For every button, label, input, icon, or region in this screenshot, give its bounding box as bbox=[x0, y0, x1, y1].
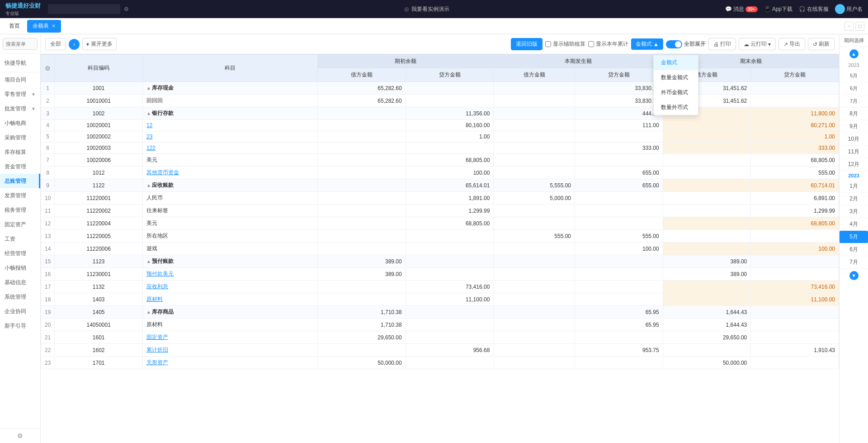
account-name-link[interactable]: 累计折旧 bbox=[146, 347, 168, 353]
period-month-9[interactable]: 9月 bbox=[840, 120, 868, 133]
sidebar-item-invoice[interactable]: 发票管理 bbox=[0, 188, 40, 203]
period-month-5-active[interactable]: 5月 bbox=[840, 231, 868, 243]
account-name-link[interactable]: 应收利息 bbox=[146, 283, 168, 290]
show-ytd-checkbox[interactable]: 显示本年累计 bbox=[588, 40, 628, 48]
tab-minimize-btn[interactable]: － bbox=[844, 22, 854, 31]
period-month-6-2023[interactable]: 6月 bbox=[840, 82, 868, 95]
sidebar-item-expense[interactable]: 小畅报销 bbox=[0, 261, 40, 275]
period-month-4[interactable]: 4月 bbox=[840, 218, 868, 231]
cloud-print-btn[interactable]: ☁ 云打印 ▾ bbox=[739, 38, 776, 50]
export-btn[interactable]: ↗ 导出 bbox=[778, 38, 805, 50]
account-name-link[interactable]: 预付款美元 bbox=[146, 271, 174, 277]
period-month-1[interactable]: 1月 bbox=[840, 180, 868, 193]
sidebar-item-purchase[interactable]: 采购管理 bbox=[0, 130, 40, 145]
period-month-10[interactable]: 10月 bbox=[840, 133, 868, 146]
search-input[interactable] bbox=[3, 38, 38, 50]
sidebar-item-operations[interactable]: 经营管理 bbox=[0, 246, 40, 261]
collapse-icon[interactable]: ▲ bbox=[146, 310, 151, 314]
sidebar-item-finance[interactable]: 资金管理 bbox=[0, 159, 40, 174]
message-btn[interactable]: 💬 消息 99+ bbox=[725, 5, 758, 13]
account-name-link[interactable]: 其他货币资金 bbox=[146, 169, 179, 176]
sidebar-item-guide[interactable]: 新手引导 bbox=[0, 319, 40, 333]
period-month-11[interactable]: 11月 bbox=[840, 146, 868, 158]
search-bar[interactable] bbox=[48, 4, 120, 14]
toggle-switch[interactable] bbox=[666, 40, 682, 48]
app-download-btn[interactable]: 📱 App下载 bbox=[764, 5, 793, 13]
format-option-amount[interactable]: 金额式 bbox=[654, 55, 698, 70]
tab-balance[interactable]: 余额表 ✕ bbox=[27, 20, 61, 33]
account-name[interactable]: 23 bbox=[142, 131, 317, 143]
sidebar-item-wholesale[interactable]: 批发管理 ▼ bbox=[0, 101, 40, 116]
collapse-icon[interactable]: ▲ bbox=[146, 183, 151, 188]
demo-link[interactable]: 我要看实例演示 bbox=[411, 5, 449, 13]
sidebar-settings-icon[interactable]: ⚙ bbox=[17, 432, 23, 439]
row-num: 13 bbox=[41, 230, 55, 243]
period-scroll-down-btn[interactable]: ▼ bbox=[840, 269, 868, 282]
sidebar-item-basic[interactable]: 基础信息 bbox=[0, 275, 40, 290]
sidebar-item-quick-nav[interactable]: 快捷导航 bbox=[0, 56, 40, 70]
settings-icon[interactable]: ⚙ bbox=[124, 6, 129, 12]
row-num: 20 bbox=[41, 319, 55, 331]
period-month-8[interactable]: 8月 bbox=[840, 108, 868, 120]
nav-forward-btn[interactable]: › bbox=[69, 39, 80, 50]
col-settings-icon[interactable]: ⚙ bbox=[45, 65, 51, 72]
format-option-qty-foreign[interactable]: 数量外币式 bbox=[654, 100, 698, 115]
format-option-foreign-amount[interactable]: 外币金额式 bbox=[654, 85, 698, 100]
sidebar-item-tax[interactable]: 税务管理 bbox=[0, 203, 40, 217]
period-scroll-up-btn[interactable]: ▲ bbox=[840, 47, 868, 61]
account-name[interactable]: 原材料 bbox=[142, 293, 317, 306]
account-name[interactable]: 应收利息 bbox=[142, 281, 317, 293]
sidebar-item-collaboration[interactable]: 企业协同 bbox=[0, 304, 40, 319]
period-month-7[interactable]: 7月 bbox=[840, 256, 868, 269]
user-avatar[interactable]: 用户名 bbox=[835, 4, 863, 14]
account-name[interactable]: 12 bbox=[142, 120, 317, 131]
scroll-down-icon[interactable]: ▼ bbox=[849, 271, 859, 280]
scroll-up-icon[interactable]: ▲ bbox=[849, 49, 859, 58]
assist-checkbox-input[interactable] bbox=[545, 41, 551, 47]
account-name-link[interactable]: 12 bbox=[146, 122, 152, 129]
sidebar-item-ledger[interactable]: 总账管理 bbox=[0, 174, 40, 188]
account-name[interactable]: 122 bbox=[142, 143, 317, 154]
account-name[interactable]: 其他货币资金 bbox=[142, 167, 317, 179]
format-option-qty-amount[interactable]: 数量金额式 bbox=[654, 70, 698, 85]
tab-close-icon[interactable]: ✕ bbox=[52, 23, 56, 29]
account-name[interactable]: 固定资产 bbox=[142, 331, 317, 344]
account-name[interactable]: 累计折旧 bbox=[142, 344, 317, 357]
refresh-btn[interactable]: ↺ 刷新 bbox=[808, 38, 835, 50]
account-name[interactable]: 无形资产 bbox=[142, 357, 317, 369]
account-name-link[interactable]: 原材料 bbox=[146, 296, 163, 302]
period-month-5-2023[interactable]: 5月 bbox=[840, 70, 868, 82]
format-dropdown-btn[interactable]: 金额式 ▲ bbox=[631, 38, 663, 50]
sidebar-item-payroll[interactable]: 工资 bbox=[0, 232, 40, 246]
col-settings-header[interactable]: ⚙ bbox=[41, 55, 55, 82]
sidebar-item-inventory[interactable]: 库存核算 bbox=[0, 145, 40, 159]
collapse-icon[interactable]: ▲ bbox=[146, 86, 151, 91]
sidebar-item-retail[interactable]: 零售管理 ▼ bbox=[0, 87, 40, 101]
period-month-2[interactable]: 2月 bbox=[840, 193, 868, 205]
period-month-6[interactable]: 6月 bbox=[840, 243, 868, 256]
account-name[interactable]: 预付款美元 bbox=[142, 268, 317, 281]
show-assist-checkbox[interactable]: 显示辅助核算 bbox=[545, 40, 585, 48]
all-accounts-btn[interactable]: 全部 bbox=[45, 38, 66, 50]
account-name-link[interactable]: 固定资产 bbox=[146, 334, 168, 340]
expand-more-btn[interactable]: ▾ 展开更多 bbox=[82, 38, 117, 50]
period-month-7-2023[interactable]: 7月 bbox=[840, 95, 868, 108]
tab-home[interactable]: 首页 bbox=[4, 20, 25, 33]
account-name-link[interactable]: 无形资产 bbox=[146, 359, 168, 366]
account-name-link[interactable]: 23 bbox=[146, 133, 152, 140]
sidebar-item-fixed-assets[interactable]: 固定资产 bbox=[0, 217, 40, 232]
online-service-btn[interactable]: 🎧 在线客服 bbox=[799, 5, 829, 13]
account-name-link[interactable]: 122 bbox=[146, 145, 156, 151]
collapse-icon[interactable]: ▲ bbox=[146, 259, 151, 264]
period-month-12[interactable]: 12月 bbox=[840, 158, 868, 171]
expand-all-toggle[interactable]: 全部展开 bbox=[666, 40, 706, 48]
back-to-old-btn[interactable]: 退回旧版 bbox=[511, 38, 542, 50]
tab-maximize-btn[interactable]: □ bbox=[855, 22, 864, 31]
print-btn[interactable]: 🖨 打印 bbox=[708, 38, 736, 50]
ytd-checkbox-input[interactable] bbox=[588, 41, 594, 47]
sidebar-item-project[interactable]: 项目合同 bbox=[0, 72, 40, 87]
sidebar-item-system[interactable]: 系统管理 bbox=[0, 290, 40, 304]
sidebar-item-ecommerce[interactable]: 小畅电商 bbox=[0, 116, 40, 130]
period-month-3[interactable]: 3月 bbox=[840, 205, 868, 218]
collapse-icon[interactable]: ▲ bbox=[146, 111, 151, 116]
